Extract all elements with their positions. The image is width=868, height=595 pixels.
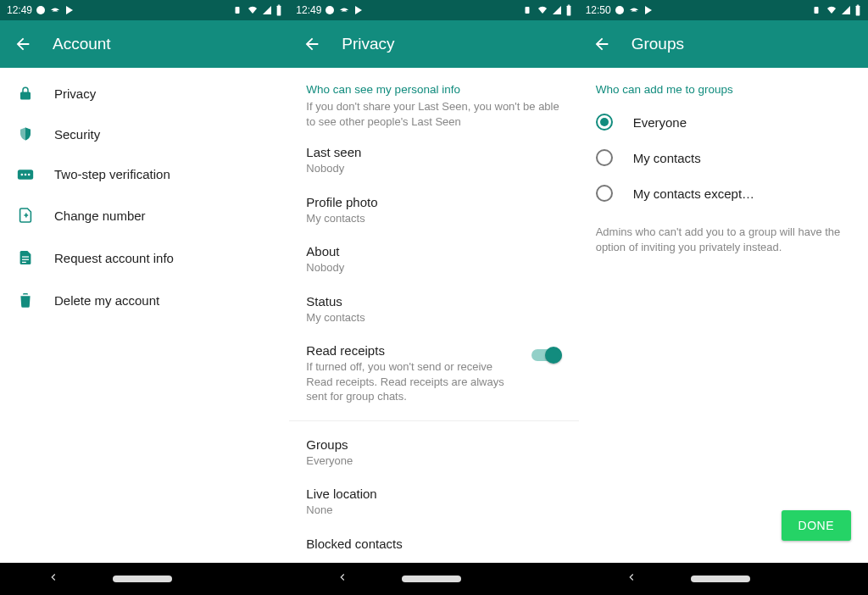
section-header-personal-info: Who can see my personal info xyxy=(289,73,578,99)
dots-icon xyxy=(17,169,34,181)
signal-icon xyxy=(262,5,272,15)
vibrate-icon xyxy=(521,5,533,15)
vibrate-icon xyxy=(810,5,822,15)
setting-read-receipts[interactable]: Read receipts If turned off, you won't s… xyxy=(289,334,578,414)
account-item-label: Change number xyxy=(54,209,146,223)
svg-rect-3 xyxy=(278,5,280,6)
setting-value: My contacts xyxy=(306,211,561,226)
nav-back-icon[interactable] xyxy=(337,571,348,587)
setting-status[interactable]: StatusMy contacts xyxy=(289,285,578,335)
read-receipts-toggle[interactable] xyxy=(531,347,562,364)
done-button[interactable]: DONE xyxy=(782,510,851,541)
svg-rect-17 xyxy=(856,6,860,16)
page-title: Privacy xyxy=(342,35,394,53)
radio-option-everyone[interactable]: Everyone xyxy=(579,104,868,140)
account-item-security[interactable]: Security xyxy=(0,114,289,154)
svg-point-6 xyxy=(25,173,27,175)
battery-icon xyxy=(854,4,861,16)
radio-option-my-contacts-except-[interactable]: My contacts except… xyxy=(579,175,868,211)
navigation-bar xyxy=(0,563,868,595)
svg-rect-10 xyxy=(22,262,26,263)
account-item-request-account-info[interactable]: Request account info xyxy=(0,236,289,279)
signal-icon xyxy=(552,5,562,15)
svg-point-7 xyxy=(28,173,31,175)
wifi-icon xyxy=(247,5,259,15)
app-bar: Account xyxy=(0,20,289,68)
divider xyxy=(289,420,578,421)
radio-icon xyxy=(596,114,613,131)
nav-home-pill[interactable] xyxy=(113,576,172,582)
wifi-calling-icon xyxy=(628,5,640,15)
app-bar: Groups xyxy=(579,20,868,68)
wifi-calling-icon xyxy=(338,5,350,15)
screen-account: 12:49 Account PrivacySecurityTwo-step ve… xyxy=(0,0,289,563)
account-item-label: Request account info xyxy=(54,251,174,265)
screen-groups: 12:50 Groups Who can add me to groups Ev… xyxy=(579,0,868,563)
setting-groups[interactable]: GroupsEveryone xyxy=(289,428,578,478)
status-time: 12:50 xyxy=(586,4,611,16)
notification-icon xyxy=(615,5,625,15)
screen-privacy: 12:49 Privacy Who can see my personal in… xyxy=(289,0,578,563)
radio-icon xyxy=(596,149,613,166)
back-icon[interactable] xyxy=(593,35,611,53)
setting-title: Last seen xyxy=(306,145,561,159)
page-title: Groups xyxy=(632,35,684,53)
nav-back-icon[interactable] xyxy=(47,571,59,587)
account-item-label: Delete my account xyxy=(54,293,159,308)
svg-rect-12 xyxy=(525,7,529,14)
nav-home-pill[interactable] xyxy=(402,576,461,582)
status-bar: 12:50 xyxy=(579,0,868,20)
shield-icon xyxy=(17,126,34,142)
setting-value: None xyxy=(306,503,561,518)
battery-icon xyxy=(565,4,572,16)
play-store-icon xyxy=(643,5,654,15)
page-title: Account xyxy=(53,35,111,53)
svg-point-5 xyxy=(21,173,24,175)
svg-rect-2 xyxy=(277,6,281,16)
setting-description: If turned off, you won't send or receive… xyxy=(306,359,517,404)
notification-icon xyxy=(325,5,335,15)
radio-option-my-contacts[interactable]: My contacts xyxy=(579,140,868,175)
account-item-label: Privacy xyxy=(54,86,96,101)
setting-title: Groups xyxy=(306,437,561,452)
setting-title: Read receipts xyxy=(306,343,517,358)
radio-label: My contacts except… xyxy=(633,186,754,201)
nav-home-pill[interactable] xyxy=(691,576,750,582)
section-subtext: If you don't share your Last Seen, you w… xyxy=(289,99,578,136)
setting-profile-photo[interactable]: Profile photoMy contacts xyxy=(289,186,578,236)
account-item-label: Two-step verification xyxy=(54,167,170,181)
notification-icon xyxy=(36,5,46,15)
svg-point-0 xyxy=(36,6,45,14)
account-item-delete-my-account[interactable]: Delete my account xyxy=(0,279,289,321)
back-icon[interactable] xyxy=(303,35,321,53)
svg-rect-8 xyxy=(22,256,29,257)
wifi-icon xyxy=(826,5,837,15)
status-time: 12:49 xyxy=(7,4,32,16)
play-store-icon xyxy=(353,5,364,15)
nav-back-icon[interactable] xyxy=(626,571,637,587)
back-icon[interactable] xyxy=(14,35,32,53)
wifi-icon xyxy=(537,5,548,15)
groups-content: Who can add me to groups EveryoneMy cont… xyxy=(579,68,868,563)
setting-blocked-contacts[interactable]: Blocked contacts xyxy=(289,527,578,560)
section-header-groups: Who can add me to groups xyxy=(579,73,868,99)
setting-title: Profile photo xyxy=(306,195,561,209)
account-item-privacy[interactable]: Privacy xyxy=(0,73,289,114)
setting-live-location[interactable]: Live locationNone xyxy=(289,477,578,527)
setting-value: Nobody xyxy=(306,260,561,275)
svg-rect-1 xyxy=(236,7,240,14)
setting-value: Everyone xyxy=(306,453,561,469)
radio-label: Everyone xyxy=(633,115,687,130)
vibrate-icon xyxy=(231,5,243,15)
account-item-change-number[interactable]: Change number xyxy=(0,194,289,236)
account-item-two-step-verification[interactable]: Two-step verification xyxy=(0,154,289,194)
setting-last-seen[interactable]: Last seenNobody xyxy=(289,136,578,186)
lock-icon xyxy=(17,86,34,101)
status-time: 12:49 xyxy=(296,4,321,16)
setting-about[interactable]: AboutNobody xyxy=(289,235,578,285)
svg-rect-9 xyxy=(22,259,29,260)
svg-rect-14 xyxy=(567,5,569,6)
radio-label: My contacts xyxy=(633,151,701,165)
play-store-icon xyxy=(64,5,75,15)
privacy-content: Who can see my personal info If you don'… xyxy=(289,68,578,563)
